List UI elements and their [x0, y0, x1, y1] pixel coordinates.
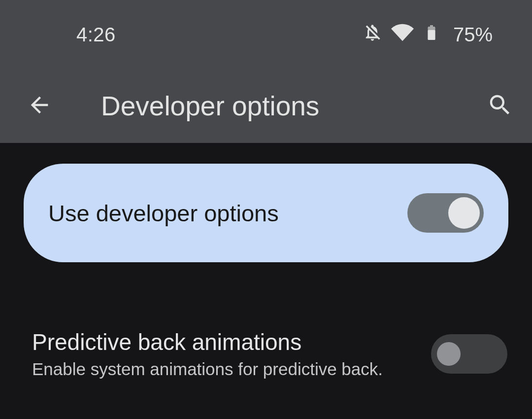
toggle-knob — [437, 342, 461, 366]
page-title: Developer options — [101, 90, 485, 122]
setting-subtitle: Enable system animations for predictive … — [32, 359, 383, 379]
setting-row-predictive-back[interactable]: Predictive back animations Enable system… — [0, 329, 532, 379]
search-icon — [487, 92, 513, 120]
predictive-back-toggle-switch[interactable] — [431, 334, 507, 374]
search-button[interactable] — [485, 91, 515, 121]
status-bar-right: 75% — [363, 21, 493, 48]
status-bar: 4:26 75% — [0, 0, 532, 69]
notifications-off-icon — [363, 23, 382, 47]
master-toggle-card[interactable]: Use developer options — [24, 164, 508, 262]
back-button[interactable] — [25, 91, 54, 121]
clock: 4:26 — [76, 24, 116, 46]
app-bar: Developer options — [0, 69, 532, 143]
master-toggle-switch[interactable] — [407, 193, 484, 233]
arrow-back-icon — [27, 92, 52, 120]
setting-title: Predictive back animations — [32, 329, 383, 355]
status-bar-left: 4:26 — [76, 24, 116, 46]
svg-rect-0 — [428, 30, 435, 39]
master-toggle-label: Use developer options — [48, 200, 279, 227]
toggle-knob — [448, 197, 480, 229]
setting-text: Predictive back animations Enable system… — [32, 329, 383, 379]
battery-icon — [423, 23, 440, 47]
content-area: Use developer options Predictive back an… — [0, 143, 532, 379]
wifi-icon — [391, 21, 414, 48]
battery-percentage: 75% — [453, 24, 493, 46]
